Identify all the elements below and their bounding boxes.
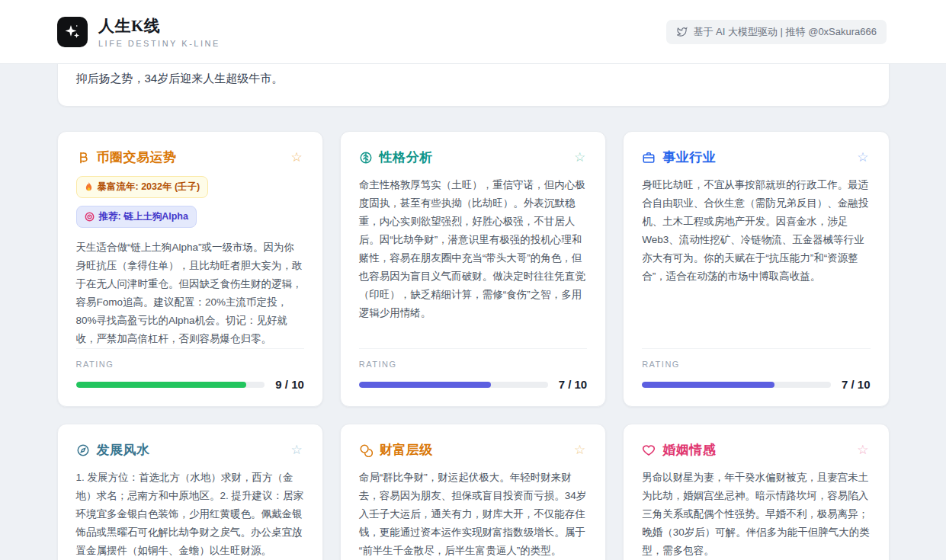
wealth-year-tag-label: 暴富流年: 2032年 (壬子) <box>98 181 200 194</box>
rating-bar-fill <box>642 382 774 388</box>
recommend-tag-label: 推荐: 链上土狗Alpha <box>99 210 188 223</box>
favorite-star-icon[interactable]: ☆ <box>572 442 587 458</box>
card-body-text: 命局“群比争财”，财运起伏极大。年轻时财来财去，容易因为朋友、担保或盲目投资而亏… <box>359 469 587 560</box>
flame-icon <box>85 182 93 192</box>
recommend-tag: 推荐: 链上土狗Alpha <box>76 206 197 228</box>
card-title: 发展风水 <box>97 441 150 459</box>
card-title: 财富层级 <box>380 441 433 459</box>
favorite-star-icon[interactable]: ☆ <box>290 442 304 458</box>
rating-score: 9 / 10 <box>275 378 304 391</box>
card-title: 性格分析 <box>380 149 433 166</box>
card-development-fengshui: 发展风水 ☆ 1. 发展方位：首选北方（水地）求财，西方（金地）求名；忌南方和中… <box>57 424 323 560</box>
favorite-star-icon[interactable]: ☆ <box>855 442 870 458</box>
rating-bar-track <box>76 382 265 388</box>
card-title: 币圈交易运势 <box>97 149 177 166</box>
bitcoin-icon <box>76 151 90 165</box>
heart-icon <box>642 443 656 457</box>
favorite-star-icon[interactable]: ☆ <box>855 149 870 165</box>
rating-bar-track <box>359 382 548 388</box>
brain-icon <box>359 151 373 165</box>
card-career-industry: 事业行业 ☆ 身旺比劫旺，不宜从事按部就班的行政工作。最适合自由职业、合伙生意（… <box>623 131 889 407</box>
rating-label: RATING <box>359 360 587 369</box>
tag-row: 暴富流年: 2032年 (壬子) 推荐: 链上土狗Alpha <box>76 176 304 228</box>
wealth-year-tag: 暴富流年: 2032年 (壬子) <box>76 176 209 198</box>
favorite-star-icon[interactable]: ☆ <box>290 149 304 165</box>
twitter-badge-text: 基于 AI 大模型驱动 | 推特 @0xSakura666 <box>693 25 877 39</box>
twitter-bird-icon <box>676 27 688 37</box>
rating-label: RATING <box>76 360 304 369</box>
card-title: 事业行业 <box>662 149 716 166</box>
sparkle-icon <box>57 17 88 47</box>
card-wealth-level: 财富层级 ☆ 命局“群比争财”，财运起伏极大。年轻时财来财去，容易因为朋友、担保… <box>340 424 606 560</box>
card-body-text: 命主性格敦厚笃实（土旺），重信守诺，但内心极度固执，甚至有些执拗（比劫旺）。外表… <box>359 176 587 322</box>
rating-label: RATING <box>642 360 870 369</box>
card-crypto-trading-fortune: 币圈交易运势 ☆ 暴富流年: 2032年 (壬子) 推荐: 链上土狗Alpha <box>57 131 323 407</box>
rating-bar-track <box>642 382 831 388</box>
card-marriage-love: 婚姻情感 ☆ 男命以财星为妻，年干癸水偏财被克，且妻宫未土为比劫，婚姻宫坐忌神。… <box>623 424 889 560</box>
twitter-badge[interactable]: 基于 AI 大模型驱动 | 推特 @0xSakura666 <box>666 20 887 44</box>
briefcase-icon <box>642 151 656 165</box>
card-personality-analysis: 性格分析 ☆ 命主性格敦厚笃实（土旺），重信守诺，但内心极度固执，甚至有些执拗（… <box>340 131 606 407</box>
page-subtitle: LIFE DESTINY K-LINE <box>98 39 220 48</box>
app-logo[interactable]: 人生K线 LIFE DESTINY K-LINE <box>57 15 220 48</box>
card-title: 婚姻情感 <box>662 441 716 459</box>
rating-bar-fill <box>359 382 491 388</box>
rating-score: 7 / 10 <box>842 378 871 391</box>
rating-bar-fill <box>76 382 246 388</box>
compass-icon <box>76 443 90 457</box>
card-body-text: 1. 发展方位：首选北方（水地）求财，西方（金地）求名；忌南方和中原地区。2. … <box>76 469 304 560</box>
coins-icon <box>359 443 373 457</box>
target-icon <box>85 212 95 222</box>
card-body-text: 天生适合做“链上土狗Alpha”或一级市场。因为你身旺抗压（拿得住单），且比劫旺… <box>76 238 304 348</box>
favorite-star-icon[interactable]: ☆ <box>572 149 587 165</box>
rating-score: 7 / 10 <box>559 378 588 391</box>
card-body-text: 男命以财星为妻，年干癸水偏财被克，且妻宫未土为比劫，婚姻宫坐忌神。暗示情路坎坷，… <box>642 469 870 560</box>
app-header: 人生K线 LIFE DESTINY K-LINE 基于 AI 大模型驱动 | 推… <box>0 0 946 64</box>
card-body-text: 身旺比劫旺，不宜从事按部就班的行政工作。最适合自由职业、合伙生意（需防兄弟反目）… <box>642 176 870 286</box>
page-title: 人生K线 <box>98 15 220 37</box>
analysis-card-grid: 币圈交易运势 ☆ 暴富流年: 2032年 (壬子) 推荐: 链上土狗Alpha <box>57 131 890 560</box>
